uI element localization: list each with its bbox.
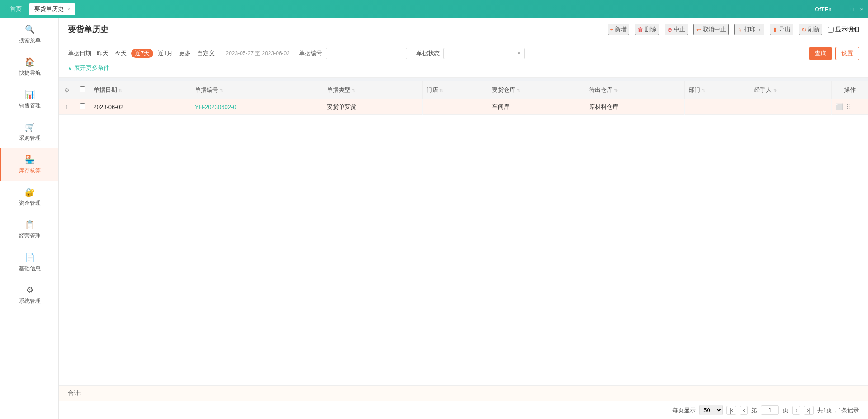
date-range-group: 2023-05-27 至 2023-06-02 <box>226 50 289 57</box>
col-pending-warehouse[interactable]: 待出仓库 ⇅ <box>585 81 684 99</box>
sidebar-item-search-menu[interactable]: 🔍 搜索菜单 <box>0 18 58 51</box>
new-button[interactable]: + + 新增 新增 <box>608 24 630 35</box>
bill-status-filter-group: 单据状态 <box>416 48 525 59</box>
filter-action-buttons: 查询 设置 <box>809 47 859 60</box>
export-button[interactable]: ⬆ 导出 <box>770 24 793 35</box>
sidebar-item-basic-info[interactable]: 📄 基础信息 <box>0 246 58 279</box>
row-number-link[interactable]: YH-20230602-0 <box>195 104 236 110</box>
col-number[interactable]: 单据编号 ⇅ <box>191 81 323 99</box>
prev-page-button[interactable]: ‹ <box>740 406 748 415</box>
bill-status-select[interactable] <box>443 48 525 59</box>
quick-nav-icon: 🏠 <box>25 57 35 67</box>
window-minimize-icon[interactable]: — <box>838 6 844 13</box>
row-edit-icon[interactable]: ⬜ <box>835 103 843 110</box>
row-handler <box>750 99 832 115</box>
bill-number-filter-group: 单据编号 <box>299 48 407 59</box>
operations-mgmt-icon: 📋 <box>25 220 35 230</box>
print-button[interactable]: 🖨 打印 ▼ <box>734 24 764 35</box>
shortcut-1month[interactable]: 近1月 <box>156 49 175 58</box>
sidebar-item-finance-mgmt[interactable]: 🔐 资金管理 <box>0 181 58 214</box>
col-department[interactable]: 部门 ⇅ <box>685 81 750 99</box>
query-button[interactable]: 查询 <box>809 47 832 60</box>
shortcut-yesterday[interactable]: 昨天 <box>95 49 110 58</box>
display-details-toggle[interactable]: 显示明细 <box>828 25 859 33</box>
sidebar-item-sales-mgmt[interactable]: 📊 销售管理 <box>0 83 58 116</box>
bill-number-input[interactable] <box>326 48 407 59</box>
display-details-checkbox[interactable] <box>828 27 834 33</box>
date-shortcuts: 昨天 今天 近7天 近1月 更多 自定义 <box>95 49 217 58</box>
sidebar-item-operations-mgmt[interactable]: 📋 经营管理 <box>0 214 58 246</box>
inventory-icon: 🏪 <box>25 155 35 165</box>
sales-mgmt-icon: 📊 <box>25 90 35 100</box>
page-input-label: 第 <box>751 406 757 414</box>
select-all-checkbox[interactable] <box>80 86 85 92</box>
shortcut-more[interactable]: 更多 <box>177 49 193 58</box>
sidebar-item-quick-nav[interactable]: 🏠 快捷导航 <box>0 51 58 83</box>
top-bar: 首页 要货单历史 × OfTEn — □ × <box>0 0 868 18</box>
header-actions: + + 新增 新增 🗑 删除 ⊖ 中止 ↩ 取消中止 🖨 <box>608 24 859 35</box>
refresh-label: 刷新 <box>808 25 820 33</box>
col-req-warehouse[interactable]: 要货仓库 ⇅ <box>488 81 585 99</box>
col-store[interactable]: 门店 ⇅ <box>423 81 488 99</box>
shortcut-custom[interactable]: 自定义 <box>195 49 217 58</box>
table-row: 1 2023-06-02 YH-20230602-0 要货单要货 车间库 原材料… <box>59 99 868 115</box>
col-checkbox <box>75 81 90 99</box>
col-type[interactable]: 单据类型 ⇅ <box>323 81 422 99</box>
filter-bar: 单据日期 昨天 今天 近7天 近1月 更多 自定义 2023-05-27 至 2… <box>59 41 868 78</box>
sidebar-item-inventory[interactable]: 🏪 库存核算 <box>0 148 58 181</box>
row-more-icon[interactable]: ⠿ <box>846 103 850 110</box>
shortcut-7days[interactable]: 近7天 <box>131 49 153 58</box>
tab-home[interactable]: 首页 <box>5 3 27 15</box>
expand-more-label: 展开更多条件 <box>74 64 109 72</box>
sidebar-item-finance-mgmt-label: 资金管理 <box>19 200 41 207</box>
sidebar-item-purchase-mgmt[interactable]: 🛒 采购管理 <box>0 116 58 148</box>
refresh-button[interactable]: ↻ 刷新 <box>799 24 822 35</box>
next-page-button[interactable]: › <box>792 406 800 415</box>
last-page-button[interactable]: ›| <box>804 406 813 415</box>
pagination-bar: 每页显示 50 10 20 100 |‹ ‹ 第 页 › ›| 共1页，1条记录 <box>59 401 868 419</box>
bill-status-label: 单据状态 <box>416 49 440 57</box>
col-settings[interactable]: ⚙ <box>59 81 75 99</box>
expand-more-button[interactable]: ∨ 展开更多条件 <box>68 64 859 72</box>
page-suffix: 页 <box>783 406 788 414</box>
settings-button[interactable]: 设置 <box>835 47 859 60</box>
bill-status-select-wrapper <box>443 48 525 59</box>
sidebar-item-basic-info-label: 基础信息 <box>19 265 41 272</box>
table-footer: 合计: <box>59 385 868 401</box>
delete-button[interactable]: 🗑 删除 <box>635 24 659 35</box>
new-icon: + <box>610 26 614 33</box>
sidebar-item-search-menu-label: 搜索菜单 <box>19 37 41 44</box>
stop-icon: ⊖ <box>667 26 672 33</box>
tab-requisition-history[interactable]: 要货单历史 × <box>29 3 75 15</box>
first-page-button[interactable]: |‹ <box>726 406 736 415</box>
row-type: 要货单要货 <box>323 99 422 115</box>
page-number-input[interactable] <box>761 405 779 415</box>
sort-number-icon: ⇅ <box>220 88 223 93</box>
tab-close-icon[interactable]: × <box>67 6 70 12</box>
sort-req-warehouse-icon: ⇅ <box>517 88 520 93</box>
table-wrapper: ⚙ 单据日期 ⇅ <box>59 81 868 385</box>
page-size-select[interactable]: 50 10 20 100 <box>699 405 723 415</box>
sidebar-item-quick-nav-label: 快捷导航 <box>19 69 41 77</box>
row-number: YH-20230602-0 <box>191 99 323 115</box>
stop-button[interactable]: ⊖ 中止 <box>665 24 688 35</box>
row-index: 1 <box>59 99 75 115</box>
row-department <box>685 99 750 115</box>
delete-icon: 🗑 <box>637 26 643 33</box>
window-close-icon[interactable]: × <box>860 6 863 13</box>
tab-requisition-history-label: 要货单历史 <box>34 5 64 13</box>
sort-handler-icon: ⇅ <box>773 88 777 93</box>
cancel-stop-button[interactable]: ↩ 取消中止 <box>693 24 729 35</box>
shortcut-today[interactable]: 今天 <box>113 49 128 58</box>
window-maximize-icon[interactable]: □ <box>850 6 854 13</box>
sort-store-icon: ⇅ <box>439 88 443 93</box>
print-label: 打印 <box>744 25 756 33</box>
col-date[interactable]: 单据日期 ⇅ <box>90 81 191 99</box>
row-select-checkbox[interactable] <box>80 103 85 109</box>
date-filter-group: 单据日期 昨天 今天 近7天 近1月 更多 自定义 <box>68 49 217 58</box>
brand-label: OfTEn <box>815 6 832 13</box>
content-area: 要货单历史 + + 新增 新增 🗑 删除 ⊖ 中止 ↩ 取消中止 <box>59 18 868 419</box>
sort-date-icon: ⇅ <box>118 88 122 93</box>
col-handler[interactable]: 经手人 ⇅ <box>750 81 832 99</box>
sidebar-item-system-mgmt[interactable]: ⚙ 系统管理 <box>0 279 58 311</box>
